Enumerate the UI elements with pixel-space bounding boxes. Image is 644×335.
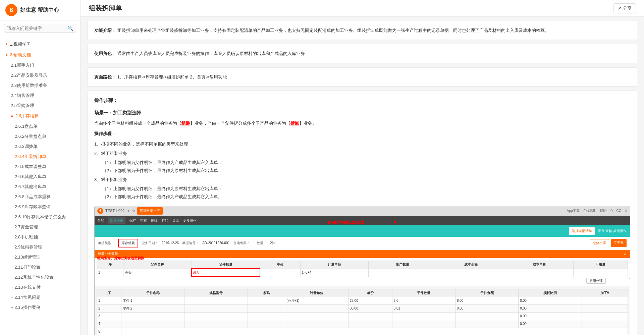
path-text: 1、库存核算->库存管理->组装拆卸单 2、首页->常用功能 [117,74,227,79]
role-label: 使用角色： [94,51,116,56]
sim-bottom-table-wrap: 序 子件名称 规格型号 条码 计量单位 单价 子件数量 子件金额 损耗比例 [95,286,630,335]
sim-warehouse-label: 仓储出库： [233,240,250,246]
sidebar-item-label: 2.帮助文档 [10,52,31,58]
sidebar-item-print[interactable]: + 2.11打印设置 [0,262,80,272]
scenario1-title: 场景一：加工类型选择 [94,109,630,117]
sim-close-icon: ✕ [625,208,627,214]
sidebar-item-inventory[interactable]: ● 2.6库存核算 [0,111,80,121]
sidebar-item-install[interactable]: 2.2产品安装及登录 [0,70,80,80]
sim-warehouse-field[interactable]: 仓储出库 [590,239,609,247]
role-section: 使用角色： 通常由生产人员或库管人员完成拆装业务的操作，库管人员确认原材料的出库… [87,44,637,63]
step-2-2: （2）下部明细为子件明细，最终作为原材料生成其它出库单。 [102,167,630,174]
sim-orange-btn[interactable]: 同期数据一下 [137,207,163,215]
app-title: 好生意 帮助中心 [20,7,59,14]
operations-section: 操作步骤： 场景一：加工类型选择 当由多个子件材料组装成一个成品的业务为【组装】… [87,91,637,335]
sidebar-item-264[interactable]: 2.6.4组装拆卸单 [0,152,80,162]
sim-confirm-btn[interactable]: 立变量 [611,239,627,247]
content-area[interactable]: 功能介绍： 组装拆卸单用来处理企业组装或拆卸等加工业务，支持有固定装配清单的产品… [80,17,644,335]
sim-td-pqty: 录入 [192,269,260,277]
search-wrap[interactable]: 🔍 [4,24,76,33]
sim-training: 在线培训 [583,208,596,214]
sim-help: 帮助中心 [600,208,613,214]
sidebar-item-sales[interactable]: 2.4销售管理 [0,91,80,101]
sim-nav-print: 打印 [162,218,168,224]
sim-code-label: 单据编号： [182,240,199,246]
sim-td-cost-price [505,269,574,277]
sim-th-seq: 序 [97,261,123,269]
sidebar-item-266[interactable]: 2.6.6其他入库单 [0,172,80,182]
sidebar-item-ops[interactable]: + 2.10经营管理 [0,252,80,262]
sim-top-table-wrap: 序 父件名称 父件数量 单位 计量单位 生产数量 成本金额 成本单价 可用量 [95,258,630,286]
sim-type-value[interactable]: 库存组装 [118,239,138,247]
main-panel: 组装拆卸单 ↗ 分享 功能介绍： 组装拆卸单用来处理企业组装或拆卸等加工业务，支… [80,0,644,335]
sidebar-item-262[interactable]: 2.6.2分量盘点单 [0,131,80,142]
sidebar-item-263[interactable]: 2.6.3调拨单 [0,142,80,152]
sidebar-item-fund[interactable]: + 2.7资金管理 [0,222,80,232]
minus-icon-26: ● [11,114,13,118]
sidebar-item-coupon[interactable]: + 2.9优惠券管理 [0,242,80,252]
sidebar-item-265[interactable]: 2.6.5成本调整单 [0,162,80,172]
intro-text: 组装拆卸单用来处理企业组装或拆卸等加工业务，支持有固定装配清单的产品加工业务，也… [117,28,549,33]
table-row: 2 零件 2 30.00 3.01 0.00 0.00 [97,304,628,312]
sim-bth-barcode: 条码 [248,289,285,297]
sim-nav-bar: 自然 新建单据 保存 审核 删除 打印 导出 更多操作 [95,216,630,225]
sim-th-cost-price: 成本单价 [505,261,574,269]
sim-select-bom-btn[interactable]: 选择装配清单 [569,227,595,235]
sidebar-item-261[interactable]: 2.6.1盘点单 [0,121,80,131]
sim-top-nav: App下载 在线培训 帮助中心 CC ✕ [567,208,627,214]
sidebar-item-purchase[interactable]: 2.5采购管理 [0,101,80,111]
sidebar-item-268[interactable]: 2.6.8商品成本重算 [0,192,80,202]
sim-date-value: 2019-12-26 [162,240,179,246]
sidebar-item-video[interactable]: + 1.视频学习 [0,39,80,50]
share-button[interactable]: ↗ 分享 [613,3,636,13]
sim-nav-new[interactable]: 新建单据 [108,217,125,224]
share-label: 分享 [623,5,632,11]
table-row: 5 [97,328,628,335]
sim-nav-save: 保存 [129,218,136,224]
search-input[interactable] [7,26,67,31]
sim-app-dl: App下载 [567,208,580,214]
sim-form-area: 单据类型： 库存组装 业务日期： 2019-12-26 单据编号： AD-201… [95,237,630,250]
step-3-2: （2）下部明细为子件明细，最终作为产成品生成其它入库单。 [102,193,630,201]
sim-process-btn[interactable]: 启用处理 [586,278,606,284]
sim-cc: CC [616,208,621,214]
sidebar-item-pay[interactable]: + 2.13在线支付 [0,282,80,292]
sidebar-item-mobile[interactable]: + 2.8手机旺铺 [0,232,80,242]
annotation-process: ↑ 启用处理 [628,276,630,282]
table-row: 1 关头 录入 1~5+4 [97,269,628,277]
sim-type-label: 单据类型： [98,240,115,246]
disassemble-keyword: 拆卸 [290,121,299,126]
sim-logo: 6 [97,208,103,214]
sim-date-label: 业务日期： [142,240,158,246]
sim-qty-label: 数量： [257,240,267,246]
sim-th-pqty: 父件数量 [192,261,260,269]
topbar: 组装拆卸单 ↗ 分享 [80,0,644,17]
sidebar-item-newbie[interactable]: 2.1新手入门 [0,60,80,70]
sidebar-item-faq[interactable]: + 2.14常见问题 [0,292,80,302]
step-2: 2、对于组装业务 [94,150,630,157]
role-text: 通常由生产人员或库管人员完成拆装业务的操作，库管人员确认原材料的出库和产成品的入… [117,51,305,56]
sim-td-measure: 1~5+4 [300,269,369,277]
sim-td-cost-amt [437,269,505,277]
sidebar: 6 好生意 帮助中心 🔍 + 1.视频学习 ● 2.帮助文档 2.1新手入门 2… [0,0,80,335]
sidebar-item-269[interactable]: 2.6.9库存账本查询 [0,202,80,212]
sim-bth-amt: 子件金额 [455,289,518,297]
sidebar-item-customize[interactable]: + 2.12系统个性化设置 [0,272,80,282]
nav-section-26: ● 2.6库存核算 2.6.1盘点单 2.6.2分量盘点单 2.6.3调拨单 2… [0,111,80,222]
sidebar-item-2610[interactable]: 2.6.10库存账本错了怎么办 [0,212,80,222]
sim-th-produce: 生产数量 [369,261,437,269]
sim-code-value: AD-20191226-001 [202,240,230,246]
nav-section-1: + 1.视频学习 [0,39,80,50]
scenario1-desc: 当由多个子件材料组装成一个成品的业务为【组装】业务，当由一个父件拆分成多个子产品… [94,119,630,127]
sim-process-wrap: 启用处理 ↑ 启用处理 [586,278,626,284]
sim-input-highlight[interactable]: 录入 [193,271,199,274]
table-row: 4 0.00 [97,320,628,328]
sidebar-item-docs[interactable]: ● 2.帮助文档 [0,50,80,60]
search-box: 🔍 [0,20,80,36]
steps-title: 操作步骤： [94,130,630,137]
sidebar-item-cases[interactable]: + 2.15操作案例 [0,302,80,313]
sidebar-item-267[interactable]: 2.6.7其他出库单 [0,182,80,192]
sidebar-item-data-prep[interactable]: 2.3使用前数据准备 [0,80,80,91]
sim-test-id: TEST-H002 [105,208,124,214]
sim-td-produce [369,269,437,277]
